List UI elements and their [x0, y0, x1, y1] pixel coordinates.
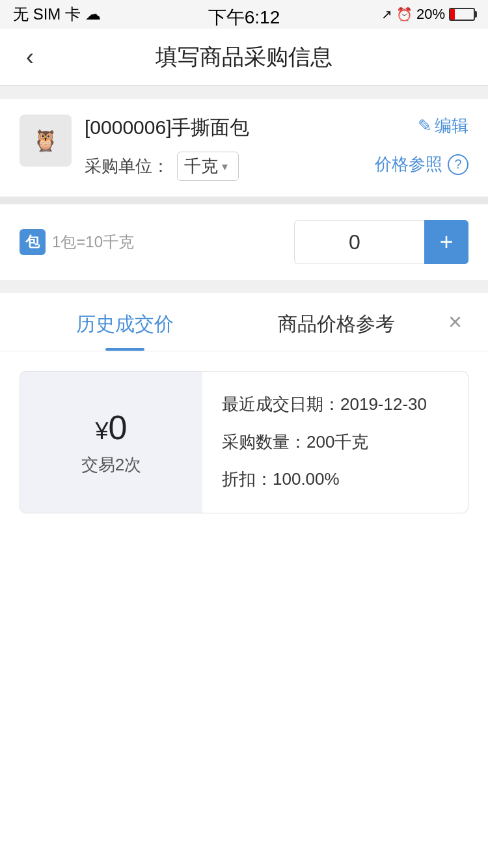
product-thumbnail: 🦉	[33, 128, 59, 153]
product-unit-row: 采购单位： 千克 ▾	[85, 152, 249, 181]
tabs-container: 历史成交价 商品价格参考 × ¥0 交易2次 最近成交日期：2019-12-30…	[0, 293, 488, 868]
unit-bag-icon: 包	[20, 229, 46, 255]
back-button[interactable]: ‹	[20, 37, 40, 77]
quantity-input[interactable]	[294, 220, 424, 264]
product-image: 🦉	[20, 115, 72, 167]
unit-label: 采购单位：	[85, 155, 169, 178]
edit-icon: ✎	[418, 116, 432, 136]
price-amount: ¥0	[96, 408, 128, 447]
unit-selector[interactable]: 千克 ▾	[177, 152, 239, 181]
tab-history-price[interactable]: 历史成交价	[20, 293, 230, 351]
edit-button[interactable]: ✎ 编辑	[418, 115, 468, 137]
product-left: 🦉 [0000006]手撕面包 采购单位： 千克 ▾	[20, 115, 249, 181]
recent-date-row: 最近成交日期：2019-12-30	[222, 391, 448, 418]
section-divider	[0, 197, 488, 204]
product-right: ✎ 编辑 价格参照 ?	[375, 115, 468, 176]
price-value: 0	[109, 409, 128, 446]
price-transactions: 交易2次	[81, 454, 141, 476]
sim-status: 无 SIM 卡 ☁	[13, 4, 101, 25]
main-content-area	[0, 533, 488, 868]
quantity-plus-button[interactable]: +	[424, 220, 468, 264]
price-ref-label: 价格参照	[375, 153, 442, 176]
chevron-down-icon: ▾	[222, 159, 228, 174]
status-bar: 无 SIM 卡 ☁ 下午6:12 ↗ ⏰ 20%	[0, 0, 488, 29]
quantity-row-detail: 采购数量：200千克	[222, 429, 448, 456]
discount-row: 折扣：100.00%	[222, 466, 448, 493]
tabs-header: 历史成交价 商品价格参考 ×	[0, 293, 488, 351]
discount-label: 折扣：	[222, 469, 273, 489]
status-time: 下午6:12	[208, 5, 280, 30]
battery-percent: 20%	[416, 6, 445, 23]
product-info: [0000006]手撕面包 采购单位： 千克 ▾	[85, 115, 249, 181]
quantity-input-group: +	[294, 220, 468, 264]
product-card: 🦉 [0000006]手撕面包 采购单位： 千克 ▾ ✎ 编辑 价格参照	[0, 99, 488, 197]
page-title: 填写商品采购信息	[156, 42, 332, 72]
currency-symbol: ¥	[96, 418, 109, 444]
location-icon: ↗	[381, 7, 392, 22]
edit-label: 编辑	[435, 115, 468, 137]
help-icon: ?	[448, 154, 468, 175]
product-name: [0000006]手撕面包	[85, 115, 249, 141]
recent-date-label: 最近成交日期：	[222, 394, 340, 414]
quantity-detail-label: 采购数量：	[222, 432, 306, 452]
tab-product-price-ref[interactable]: 商品价格参考	[230, 293, 441, 351]
close-button[interactable]: ×	[442, 302, 468, 342]
status-right: ↗ ⏰ 20%	[381, 6, 475, 23]
quantity-detail-value: 200千克	[306, 432, 368, 452]
quantity-row: 包 1包=10千克 +	[0, 204, 488, 280]
discount-value: 100.00%	[273, 469, 340, 489]
quantity-label: 包 1包=10千克	[20, 229, 134, 255]
status-left: 无 SIM 卡 ☁	[13, 4, 101, 25]
price-card-left: ¥0 交易2次	[20, 372, 202, 513]
price-card-right: 最近成交日期：2019-12-30 采购数量：200千克 折扣：100.00%	[202, 372, 468, 513]
battery-icon	[449, 8, 475, 21]
recent-date-value: 2019-12-30	[340, 394, 427, 414]
nav-bar: ‹ 填写商品采购信息	[0, 29, 488, 86]
price-ref-button[interactable]: 价格参照 ?	[375, 153, 468, 176]
quantity-hint: 1包=10千克	[52, 232, 134, 252]
alarm-icon: ⏰	[396, 7, 413, 22]
price-card: ¥0 交易2次 最近成交日期：2019-12-30 采购数量：200千克 折扣：…	[20, 371, 468, 513]
unit-value: 千克	[184, 155, 218, 178]
